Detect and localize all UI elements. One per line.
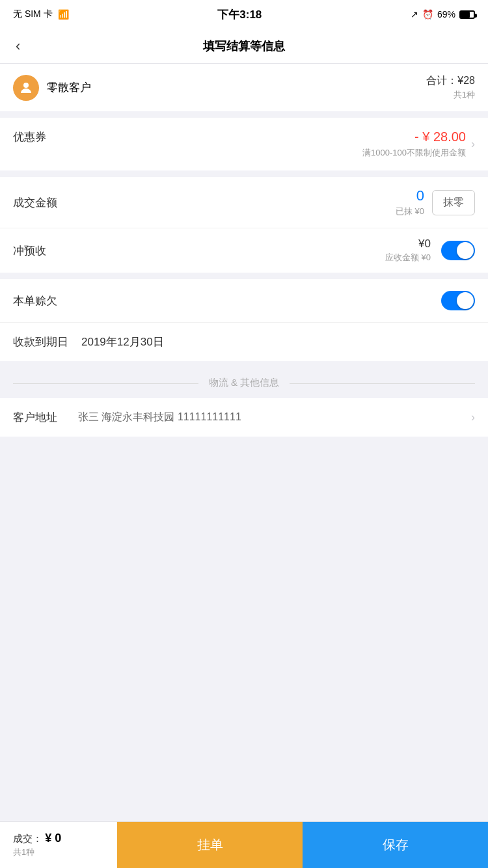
- nav-bar: ‹ 填写结算等信息: [0, 29, 488, 64]
- customer-total: 合计：¥28: [426, 74, 475, 88]
- sim-status: 无 SIM 卡: [13, 8, 53, 20]
- bottom-summary-row1: 成交： ¥ 0: [13, 832, 104, 845]
- credit-row: 本单赊欠: [0, 279, 488, 322]
- battery-percent: 69%: [437, 9, 455, 20]
- credit-label: 本单赊欠: [13, 293, 57, 308]
- page-title: 填写结算等信息: [203, 38, 285, 54]
- hold-button-label: 挂单: [197, 836, 223, 854]
- amount-value: 0: [396, 187, 424, 204]
- credit-toggle[interactable]: [441, 291, 475, 310]
- hold-button[interactable]: 挂单: [117, 822, 303, 868]
- coupon-section[interactable]: 优惠券 - ¥ 28.00 满1000-100不限制使用金额 ›: [0, 118, 488, 170]
- status-right: ↗ ⏰ 69%: [411, 9, 475, 20]
- amount-row: 成交金额 0 已抹 ¥0 抹零: [0, 177, 488, 228]
- credit-section: 本单赊欠 收款到期日 2019年12月30日: [0, 279, 488, 361]
- toggle-knob: [457, 242, 474, 259]
- credit-toggle-knob: [457, 292, 474, 309]
- customer-left: 零散客户: [13, 75, 91, 101]
- prepay-value: ¥0: [385, 237, 431, 251]
- coupon-chevron-icon: ›: [471, 137, 475, 151]
- prepay-col: ¥0 应收金额 ¥0: [385, 237, 431, 264]
- bottom-summary-count: 共1种: [13, 847, 104, 858]
- transaction-section: 成交金额 0 已抹 ¥0 抹零 冲预收 ¥0 应收金额 ¥0: [0, 177, 488, 273]
- customer-avatar: [13, 75, 39, 101]
- customer-count: 共1种: [426, 89, 475, 101]
- save-button-label: 保存: [383, 836, 409, 854]
- coupon-label: 优惠券: [13, 129, 46, 144]
- address-chevron-icon: ›: [471, 411, 475, 424]
- coupon-amount: - ¥ 28.00: [362, 129, 466, 144]
- customer-row: 零散客户 合计：¥28 共1种: [0, 64, 488, 111]
- coupon-right: - ¥ 28.00 满1000-100不限制使用金额 ›: [362, 129, 475, 159]
- gray-space: [0, 437, 488, 567]
- back-button[interactable]: ‹: [10, 33, 25, 60]
- amount-label: 成交金额: [13, 195, 57, 210]
- prepay-sub: 应收金额 ¥0: [385, 252, 431, 264]
- logistics-title: 物流 & 其他信息: [198, 377, 290, 388]
- address-row[interactable]: 客户地址 张三 海淀永丰科技园 11111111111 ›: [0, 398, 488, 437]
- duedate-row: 收款到期日 2019年12月30日: [0, 322, 488, 361]
- prepay-toggle[interactable]: [441, 241, 475, 260]
- prepay-right: ¥0 应收金额 ¥0: [385, 237, 475, 264]
- logistics-header: 物流 & 其他信息: [0, 368, 488, 398]
- amount-col: 0 已抹 ¥0: [396, 187, 424, 217]
- prepay-label: 冲预收: [13, 243, 46, 258]
- alarm-icon: ⏰: [422, 9, 433, 20]
- coupon-row: 优惠券 - ¥ 28.00 满1000-100不限制使用金额 ›: [13, 129, 475, 159]
- customer-name: 零散客户: [47, 80, 91, 95]
- amount-right: 0 已抹 ¥0 抹零: [396, 187, 475, 217]
- duedate-label: 收款到期日: [13, 334, 68, 349]
- prepay-row: 冲预收 ¥0 应收金额 ¥0: [0, 228, 488, 273]
- content: 零散客户 合计：¥28 共1种 优惠券 - ¥ 28.00 满1000-100不…: [0, 64, 488, 619]
- status-bar: 无 SIM 卡 📶 下午3:18 ↗ ⏰ 69%: [0, 0, 488, 29]
- bottom-bar: 成交： ¥ 0 共1种 挂单 保存: [0, 821, 488, 868]
- amount-sub: 已抹 ¥0: [396, 206, 424, 217]
- battery-icon: [459, 10, 475, 19]
- save-button[interactable]: 保存: [303, 822, 488, 868]
- status-left: 无 SIM 卡 📶: [13, 8, 69, 20]
- bottom-summary-amount: ¥ 0: [45, 832, 61, 845]
- address-value: 张三 海淀永丰科技园 11111111111: [78, 411, 471, 424]
- bottom-summary-label: 成交：: [13, 833, 42, 844]
- round-button[interactable]: 抹零: [432, 190, 475, 215]
- duedate-value: 2019年12月30日: [81, 334, 164, 349]
- coupon-desc: 满1000-100不限制使用金额: [362, 147, 466, 159]
- svg-point-0: [23, 83, 29, 88]
- section-divider: [0, 361, 488, 368]
- address-label: 客户地址: [13, 410, 65, 425]
- status-time: 下午3:18: [217, 7, 262, 22]
- location-icon: ↗: [411, 9, 418, 20]
- coupon-value-block: - ¥ 28.00 满1000-100不限制使用金额: [362, 129, 466, 159]
- bottom-summary: 成交： ¥ 0 共1种: [0, 832, 117, 858]
- wifi-icon: 📶: [58, 9, 69, 20]
- customer-right: 合计：¥28 共1种: [426, 74, 475, 101]
